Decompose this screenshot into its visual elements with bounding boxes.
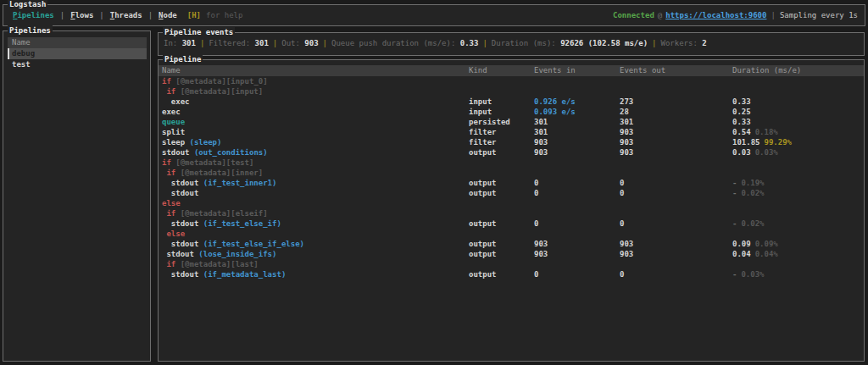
component-kind	[469, 198, 534, 208]
events-out-value	[620, 86, 732, 97]
duration-value: 0.04	[732, 250, 751, 258]
duration-cell: 0.33	[732, 97, 864, 107]
pipeline-table-row[interactable]: stdout (if_test_else_if)output00-0.02%	[159, 218, 864, 229]
stat-separator: |	[482, 39, 487, 47]
name-segment-keyword: if	[166, 209, 175, 218]
pipeline-table-body: if [@metadata][input_0]if [@metadata][in…	[159, 76, 864, 279]
component-kind	[469, 76, 534, 86]
pipeline-list-item-debug[interactable]: debug	[8, 48, 147, 59]
tab-node[interactable]: Node	[159, 11, 177, 19]
window-panel: Logstash Pipelines|Flows|Threads|Node[H]…	[3, 4, 865, 26]
duration-value: 0.33	[732, 97, 751, 106]
tabs: Pipelines|Flows|Threads|Node[H]for help	[13, 11, 242, 19]
pipeline-table-row[interactable]: stdout (out_conditions)output9039030.030…	[159, 147, 864, 158]
pipeline-list-item-test[interactable]: test	[8, 59, 147, 70]
pipeline-table-row[interactable]: stdout (if_test_else_if_else)output90390…	[159, 239, 864, 249]
component-name: else	[159, 229, 469, 239]
pipeline-table-row[interactable]: if [@metadata][test]	[159, 158, 864, 168]
duration-cell	[732, 259, 864, 269]
at-symbol: @	[658, 11, 662, 19]
pipeline-table-row[interactable]: else	[159, 198, 864, 208]
name-segment-condition: [@metadata][test]	[171, 158, 254, 167]
events-in-value: 0	[534, 269, 620, 279]
stat-separator: |	[652, 39, 656, 47]
pipeline-table-row[interactable]: if [@metadata][input]	[159, 86, 864, 97]
events-out-value: 0	[620, 188, 732, 198]
events-in-value: 0	[534, 178, 620, 188]
events-in-value: 903	[534, 239, 620, 249]
name-segment-keyword: if	[166, 87, 175, 96]
duration-cell	[732, 76, 864, 86]
component-kind: output	[469, 218, 534, 229]
name-segment-condition: [@metadata][input]	[175, 87, 263, 96]
component-kind: output	[469, 239, 534, 249]
name-segment-condition: [@metadata][elseif]	[175, 209, 267, 218]
pipeline-table-row[interactable]: sleep (sleep)filter903903101.8599.29%	[159, 137, 864, 147]
pipeline-table-row[interactable]: stdout (if_metadata_last)output00-0.03%	[159, 269, 864, 279]
events-in-value	[534, 259, 620, 269]
connection-url-link[interactable]: https://localhost:9600	[665, 11, 766, 19]
duration-percent: 0.09%	[755, 240, 778, 248]
stat-label: Filtered:	[209, 39, 254, 47]
component-kind: persisted	[469, 117, 534, 127]
pipeline-table-row[interactable]: if [@metadata][last]	[159, 259, 864, 269]
events-out-value: 903	[620, 239, 732, 249]
component-kind: filter	[469, 137, 534, 147]
duration-cell	[732, 158, 864, 168]
duration-cell: 0.030.03%	[732, 147, 864, 158]
pipeline-table-row[interactable]: execinput0.926 e/s2730.33	[159, 97, 864, 107]
column-header-name: Name	[159, 65, 469, 76]
pipeline-panel: Pipeline Name Kind Events in Events out …	[158, 59, 865, 362]
component-name: stdout (if_test_else_if)	[159, 218, 469, 229]
events-in-value: 0.093 e/s	[534, 107, 620, 117]
tab-pipelines[interactable]: Pipelines	[13, 11, 54, 19]
pipeline-table-row[interactable]: if [@metadata][inner]	[159, 168, 864, 178]
pipelines-column-header: Name	[8, 37, 147, 48]
name-segment-keyword: else	[166, 230, 185, 238]
component-kind: output	[469, 249, 534, 259]
component-name: split	[159, 127, 469, 137]
component-kind	[469, 259, 534, 269]
connection-separator: |	[771, 11, 775, 19]
pipeline-table-row[interactable]: if [@metadata][input_0]	[159, 76, 864, 86]
component-kind: input	[469, 107, 534, 117]
component-kind	[469, 208, 534, 218]
pipeline-table-row[interactable]: else	[159, 229, 864, 239]
app-screen: Logstash Pipelines|Flows|Threads|Node[H]…	[0, 0, 868, 365]
name-segment-plain: split	[162, 128, 185, 136]
pipeline-table-row[interactable]: queuepersisted3013010.33	[159, 117, 864, 127]
pipeline-table-row[interactable]: execinput0.093 e/s280.25	[159, 107, 864, 117]
name-segment-id: (if_test_else_if_else)	[203, 240, 304, 248]
events-out-value: 903	[620, 147, 732, 158]
pipeline-table-row[interactable]: stdout (if_test_inner1)output00-0.19%	[159, 178, 864, 188]
name-segment-keyword: if	[166, 260, 175, 268]
stat-label: Queue push duration (ms/e):	[331, 39, 460, 47]
events-out-value	[620, 158, 732, 168]
tab-flows[interactable]: Flows	[70, 11, 93, 19]
duration-value: 101.85	[732, 138, 760, 147]
stat-separator: |	[323, 39, 327, 47]
duration-value: -	[732, 219, 737, 228]
name-segment-plain: exec	[171, 97, 190, 106]
duration-cell: -0.19%	[732, 178, 864, 188]
component-kind: filter	[469, 127, 534, 137]
duration-value: -	[732, 270, 737, 279]
pipeline-table-row[interactable]: stdout (lose_inside_ifs)output9039030.04…	[159, 249, 864, 259]
pipeline-table-row[interactable]: stdoutoutput00-0.02%	[159, 188, 864, 198]
tab-hotkey-letter: N	[159, 11, 163, 19]
pipelines-panel: Pipelines Name debugtest	[3, 30, 151, 362]
pipeline-table-row[interactable]: if [@metadata][elseif]	[159, 208, 864, 218]
events-out-value: 28	[620, 107, 732, 117]
duration-cell: -0.03%	[732, 269, 864, 279]
events-out-value: 0	[620, 218, 732, 229]
stat-value: 0.33	[460, 39, 479, 47]
pipeline-table-row[interactable]: splitfilter3019030.540.18%	[159, 127, 864, 137]
name-segment-condition: [@metadata][input_0]	[171, 77, 268, 86]
component-kind	[469, 168, 534, 178]
tab-threads[interactable]: Threads	[110, 11, 142, 19]
duration-percent: 0.02%	[741, 189, 764, 197]
stat-label: Workers:	[661, 39, 703, 47]
pipelines-panel-title: Pipelines	[8, 25, 53, 36]
name-segment-id: (out_conditions)	[194, 148, 268, 157]
events-out-value	[620, 229, 732, 239]
